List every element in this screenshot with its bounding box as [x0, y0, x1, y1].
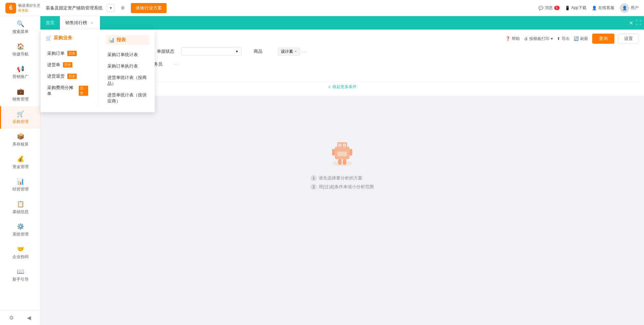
- sidebar-item-sales[interactable]: 💼 销售管理: [0, 84, 40, 106]
- dropdown-item-stock-in[interactable]: 进货单 历史: [46, 59, 90, 71]
- refresh-label: 刷新: [580, 36, 588, 42]
- collapse-label: 收起更多条件: [332, 84, 357, 89]
- logo-text: 畅捷通好生意: [18, 3, 40, 8]
- help-button[interactable]: ❓ 帮助: [505, 36, 520, 42]
- tip-num-2: 2: [311, 184, 317, 190]
- sidebar-item-marketing[interactable]: 📢 营销推广: [0, 61, 40, 84]
- settings-button[interactable]: 设置: [618, 34, 639, 44]
- logo-text-area: 畅捷通好生意 标准版: [18, 3, 40, 12]
- sidebar-item-purchase[interactable]: 🛒 采购管理: [0, 106, 40, 129]
- collapse-icon: ∧: [328, 84, 332, 89]
- sidebar-item-basic[interactable]: 📋 基础信息: [0, 196, 40, 219]
- logo-badge: 标准版: [18, 8, 40, 13]
- sidebar-item-system[interactable]: ⚙️ 系统管理: [0, 219, 40, 241]
- tab-close-button[interactable]: ×: [89, 20, 95, 26]
- help-icon: ❓: [505, 36, 510, 41]
- collapse-sidebar-button[interactable]: ◀: [26, 313, 32, 322]
- tab-maximize-icon[interactable]: ⛶: [636, 20, 641, 26]
- bill-status-select[interactable]: ▾: [181, 47, 242, 56]
- online-service-action[interactable]: 👤 在线客服: [592, 5, 614, 11]
- goods-tag: 设计素 ×: [278, 48, 300, 55]
- sidebar-item-operations[interactable]: 📊 经营管理: [0, 174, 40, 196]
- search-icon: 🔍: [17, 20, 24, 28]
- hist-badge-3: 历史: [67, 74, 77, 79]
- sidebar-item-label-search: 搜索菜单: [12, 29, 29, 35]
- avatar: 👤: [620, 3, 629, 13]
- report-title: 📊 报表: [106, 35, 150, 45]
- report-label: 报表: [116, 37, 126, 43]
- industry-button[interactable]: 体验行业方案: [131, 3, 167, 13]
- report-col: 📊 报表 采购订单统计表 采购订单执行表 进货单统计表（按商品） 进货单统计表（…: [106, 35, 150, 107]
- user-label: 用户: [631, 5, 639, 11]
- sidebar-item-label-quick: 快捷导航: [12, 51, 29, 57]
- sidebar-item-finance[interactable]: 💰 资金管理: [0, 151, 40, 174]
- inventory-icon: 📦: [17, 133, 24, 140]
- message-icon: 💬: [538, 6, 543, 10]
- purchase-business-col: 🛒 采购业务 采购订单 历史 进货单 历史 进货退货 历史 采购费用分摊单 历史: [46, 35, 90, 107]
- gear-button[interactable]: ⚙: [119, 4, 127, 12]
- message-action[interactable]: 💬 消息 5: [538, 5, 560, 11]
- purchase-business-icon: 🛒: [46, 35, 51, 41]
- sidebar-item-search[interactable]: 🔍 搜索菜单: [0, 16, 40, 39]
- sidebar-item-guide[interactable]: 📖 新手引导: [0, 264, 40, 286]
- dropdown-item-stock-return[interactable]: 进货退货 历史: [46, 71, 90, 82]
- goods-label: 商品: [254, 48, 274, 54]
- salesman-more-dots[interactable]: ···: [174, 62, 179, 67]
- goods-tag-label: 设计素: [281, 49, 293, 54]
- sidebar-item-label-sales: 销售管理: [12, 96, 29, 102]
- hist-badge-2: 历史: [63, 62, 72, 68]
- dropdown-item-purchase-expense[interactable]: 采购费用分摊单 历史: [46, 82, 90, 99]
- guide-icon: 📖: [17, 268, 24, 275]
- tab-sales-rank[interactable]: 销售排行榜 ×: [60, 16, 100, 30]
- dropdown-item-purchase-order-exec[interactable]: 采购订单执行表: [106, 60, 150, 72]
- sidebar-item-inventory[interactable]: 📦 库存核算: [0, 129, 40, 151]
- tip-text-1: 请先选择要分析的方案: [319, 174, 362, 182]
- purchase-icon: 🛒: [17, 110, 24, 118]
- user-action[interactable]: 👤 用户: [620, 3, 639, 13]
- dropdown-divider: [98, 35, 98, 107]
- sidebar-item-label-basic: 基础信息: [12, 209, 29, 215]
- svg-point-5: [339, 145, 341, 146]
- app-download-label: App下载: [571, 5, 586, 11]
- print-button[interactable]: 🖨 按模板打印 ▾: [524, 36, 553, 42]
- sidebar-bottom: ⚙ ◀: [0, 310, 40, 325]
- sidebar-item-cooperation[interactable]: 🤝 企业协同: [0, 241, 40, 264]
- sidebar-item-label-inventory: 库存核算: [12, 141, 29, 147]
- purchase-dropdown-menu: 🛒 采购业务 采购订单 历史 进货单 历史 进货退货 历史 采购费用分摊单 历史…: [40, 30, 155, 112]
- refresh-icon: 🔄: [574, 36, 579, 41]
- svg-rect-8: [350, 149, 352, 156]
- dropdown-item-purchase-order-stat[interactable]: 采购订单统计表: [106, 49, 150, 60]
- sidebar-item-label-finance: 资金管理: [12, 164, 29, 170]
- print-dropdown-icon: ▾: [551, 36, 553, 41]
- bill-status-dropdown-icon: ▾: [236, 49, 238, 54]
- dropdown-item-stock-stat-supplier[interactable]: 进货单统计表（按供应商）: [106, 89, 150, 107]
- export-icon: ⬆: [557, 36, 560, 41]
- app-download-action[interactable]: 📱 App下载: [565, 5, 586, 11]
- sales-icon: 💼: [17, 88, 24, 95]
- export-button[interactable]: ⬆ 导出: [557, 36, 570, 42]
- system-dropdown-button[interactable]: ▾: [107, 4, 115, 12]
- tab-close-icon[interactable]: ✕: [629, 20, 633, 26]
- goods-tag-close[interactable]: ×: [294, 49, 297, 54]
- query-button[interactable]: 查询: [592, 34, 614, 44]
- goods-more-dots[interactable]: ···: [302, 49, 308, 54]
- dropdown-item-purchase-order[interactable]: 采购订单 历史: [46, 48, 90, 59]
- tab-bar-right: ✕ ⛶: [629, 20, 644, 26]
- settings-bottom-button[interactable]: ⚙: [8, 313, 15, 322]
- empty-illustration: [325, 135, 359, 168]
- goods-field: 设计素 × ···: [278, 48, 308, 55]
- stock-stat-supplier-label: 进货单统计表（按供应商）: [107, 92, 148, 104]
- print-label: 按模板打印: [529, 36, 549, 42]
- tab-home[interactable]: 首页: [40, 16, 60, 30]
- sidebar-item-label-marketing: 营销推广: [12, 74, 29, 80]
- dropdown-item-stock-stat-goods[interactable]: 进货单统计表（按商品）: [106, 72, 150, 89]
- purchase-order-stat-label: 采购订单统计表: [107, 52, 138, 58]
- top-header: 6 畅捷通好生意 标准版 装备及固定资产辅助管理系统 ▾ ⚙ 体验行业方案 💬 …: [0, 0, 644, 16]
- header-center: 装备及固定资产辅助管理系统 ▾ ⚙ 体验行业方案: [46, 3, 538, 13]
- purchase-order-exec-label: 采购订单执行表: [107, 63, 138, 69]
- tab-sales-rank-label: 销售排行榜: [65, 20, 87, 26]
- sidebar-item-quick[interactable]: 🏠 快捷导航: [0, 39, 40, 61]
- purchase-business-label: 采购业务: [53, 35, 72, 41]
- refresh-button[interactable]: 🔄 刷新: [574, 36, 588, 42]
- purchase-business-title: 🛒 采购业务: [46, 35, 90, 44]
